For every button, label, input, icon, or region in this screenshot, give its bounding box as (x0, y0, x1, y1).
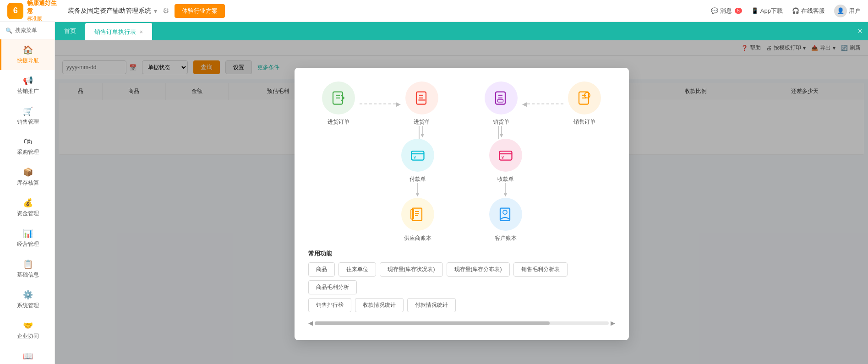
tab-sales-order[interactable]: 销售订单执行表 × (85, 23, 152, 41)
sidebar-item-enterprise[interactable]: 🤝 企业协同 (0, 315, 55, 346)
spacer-v1c (443, 126, 480, 139)
flow-circle-supplier-ledger (401, 198, 434, 231)
arrow-down-sales: ▼ (485, 126, 518, 139)
system-title-text: 装备及固定资产辅助管理系统 (68, 7, 151, 15)
sidebar-item-quick-nav[interactable]: 🏠 快捷导航 (0, 39, 55, 70)
flow-row-v1: ▼ ▼ (308, 126, 615, 139)
sidebar-item-sales[interactable]: 🛒 销售管理 (0, 101, 55, 131)
sidebar-item-finance[interactable]: 💰 资金管理 (0, 192, 55, 223)
flow-row-v2: ▼ ▼ (308, 183, 615, 198)
flow-item-purchase-order[interactable]: 进货订单 (322, 81, 355, 126)
func-buttons-row-1: 商品 往来单位 现存量(库存状况表) 现存量(库存分布表) 销售毛利分析表 商品… (308, 262, 615, 294)
func-btn-sales-margin[interactable]: 销售毛利分析表 (513, 262, 568, 277)
tab-home[interactable]: 首页 (55, 22, 85, 40)
app-download-btn[interactable]: 📱 App下载 (751, 7, 783, 15)
sidebar-item-basicinfo[interactable]: 📋 基础信息 (0, 254, 55, 284)
chart-icon: 📊 (23, 228, 33, 239)
flow-item-sales-order[interactable]: 销售订单 (568, 81, 601, 126)
system-title: 装备及固定资产辅助管理系统 ▾ (68, 7, 157, 15)
modal-scrollbar: ◀ ▶ (308, 320, 615, 326)
flow-diagram: 进货订单 ▶ (308, 81, 615, 242)
flow-circle-sales-order (568, 81, 601, 114)
spacer-v1b (360, 126, 401, 139)
flow-item-receipt[interactable]: ¥ 收款单 (489, 139, 522, 183)
flow-row-1: 进货订单 ▶ (308, 81, 615, 126)
scroll-left-icon[interactable]: ◀ (308, 320, 313, 326)
flow-label-sales-bill: 销货单 (493, 118, 509, 126)
trial-btn[interactable]: 体验行业方案 (175, 4, 225, 18)
modal-overlay[interactable]: 进货订单 ▶ (55, 40, 868, 364)
flow-circle-purchase-bill (405, 81, 438, 114)
message-icon: 💬 (711, 7, 718, 14)
flow-label-customer-ledger: 客户账本 (495, 234, 517, 242)
logo-char: 6 (13, 6, 18, 16)
scroll-thumb (315, 321, 550, 325)
sidebar: 🔍 搜索菜单 🏠 快捷导航 📢 营销推广 🛒 销售管理 🛍 采购管理 📦 (0, 22, 55, 364)
tab-bar: 首页 销售订单执行表 × × (55, 22, 868, 40)
scroll-arrows: ◀ ▶ (308, 320, 615, 326)
flow-circle-payment: ¥ (401, 139, 434, 172)
tab-close-icon[interactable]: × (140, 29, 143, 35)
scroll-right-icon[interactable]: ▶ (611, 320, 615, 326)
flow-item-payment[interactable]: ¥ 付款单 (401, 139, 434, 183)
gear-icon[interactable]: ⚙ (163, 6, 169, 15)
sidebar-item-marketing[interactable]: 📢 营销推广 (0, 70, 55, 101)
message-btn[interactable]: 💬 消息 5 (711, 7, 742, 15)
sidebar-item-newbie[interactable]: 📖 新手引导 (0, 346, 55, 364)
flow-item-customer-ledger[interactable]: 客户账本 (489, 198, 522, 242)
flow-label-payment: 付款单 (409, 175, 426, 183)
user-profile-btn[interactable]: 👤 用户 (834, 5, 861, 17)
sidebar-item-purchase[interactable]: 🛍 采购管理 (0, 131, 55, 162)
common-func-title: 常用功能 (308, 250, 615, 258)
sidebar-item-sysadmin[interactable]: ⚙️ 系统管理 (0, 284, 55, 315)
sidebar-label-inventory: 库存核算 (17, 179, 39, 187)
message-badge: 5 (735, 8, 742, 14)
arrow-to-purchase-bill: ▶ (360, 100, 401, 108)
bag-icon: 🛍 (24, 137, 32, 147)
func-btn-payment-stats[interactable]: 付款情况统计 (407, 298, 456, 312)
flow-item-supplier-ledger[interactable]: 供应商账本 (401, 198, 434, 242)
func-btn-stock-status[interactable]: 现存量(库存状况表) (380, 262, 443, 277)
svg-rect-9 (497, 99, 503, 102)
flow-circle-receipt: ¥ (489, 139, 522, 172)
sidebar-label-enterprise: 企业协同 (17, 332, 39, 340)
book-icon: 📖 (23, 351, 33, 361)
func-btn-product[interactable]: 商品 (308, 262, 335, 277)
flow-label-purchase-bill: 进货单 (414, 118, 430, 126)
common-functions-section: 常用功能 商品 往来单位 现存量(库存状况表) 现存量(库存分布表) 销售毛利分… (308, 250, 615, 312)
arrow-from-sales-order: ◀ (522, 100, 563, 108)
main-layout: 🔍 搜索菜单 🏠 快捷导航 📢 营销推广 🛒 销售管理 🛍 采购管理 📦 (0, 22, 868, 364)
svg-text:¥: ¥ (413, 155, 416, 160)
func-btn-product-margin[interactable]: 商品毛利分析 (308, 280, 357, 294)
online-service-btn[interactable]: 🎧 在线客服 (792, 7, 825, 15)
window-close-icon[interactable]: × (857, 27, 863, 36)
message-label: 消息 (720, 7, 732, 15)
spacer-v1d (522, 126, 563, 139)
svg-text:¥: ¥ (501, 155, 504, 160)
sidebar-item-operations[interactable]: 📊 经营管理 (0, 223, 55, 254)
handshake-icon: 🤝 (23, 321, 33, 331)
func-btn-receipt-stats[interactable]: 收款情况统计 (355, 298, 404, 312)
flow-row-3: 供应商账本 客户账本 (308, 198, 615, 242)
avatar: 👤 (834, 5, 847, 17)
spacer-v1a (322, 126, 355, 139)
func-btn-stock-dist[interactable]: 现存量(库存分布表) (447, 262, 510, 277)
dropdown-arrow-icon: ▾ (154, 7, 157, 15)
home-icon: 🏠 (23, 45, 33, 55)
flow-item-sales-bill[interactable]: 销货单 (485, 81, 518, 126)
flow-item-purchase-bill[interactable]: 进货单 (405, 81, 438, 126)
logo-icon: 6 (7, 3, 23, 19)
sidebar-label-purchase: 采购管理 (17, 148, 39, 156)
sidebar-item-inventory[interactable]: 📦 库存核算 (0, 162, 55, 192)
scroll-track[interactable] (315, 321, 609, 325)
search-menu-btn[interactable]: 🔍 搜索菜单 (0, 22, 55, 39)
logo-text: 畅康通好生意 标准版 (27, 0, 62, 22)
func-btn-sales-ranking[interactable]: 销售排行榜 (308, 298, 351, 312)
func-btn-counterparty[interactable]: 往来单位 (338, 262, 376, 277)
sidebar-label-sysadmin: 系统管理 (17, 302, 39, 310)
content-area: 首页 销售订单执行表 × × ❓ 帮助 (55, 22, 868, 364)
sidebar-label-quick-nav: 快捷导航 (17, 57, 39, 65)
flow-circle-customer-ledger (489, 198, 522, 231)
app-container: 6 畅康通好生意 标准版 装备及固定资产辅助管理系统 ▾ ⚙ 体验行业方案 💬 … (0, 0, 868, 364)
logo-line1: 畅康通好生意 (27, 0, 62, 15)
